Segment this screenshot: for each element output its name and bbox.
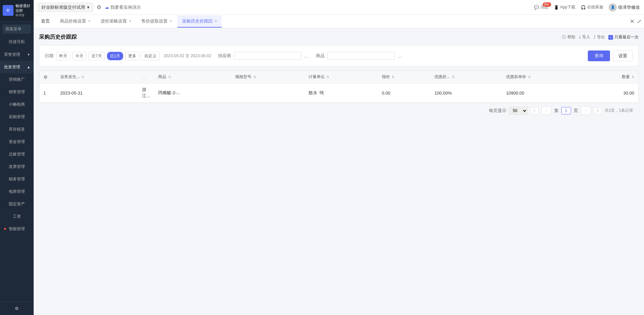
date-more-btn[interactable]: 更多 xyxy=(125,52,139,60)
sidebar-item-label: 零售管理 xyxy=(4,52,20,58)
tabs-bar: 首页 商品价格设置 × 进价策略设置 × 售价提取设置 × 采购历史价跟踪 × … xyxy=(34,15,644,28)
first-page-btn[interactable]: ⟪ xyxy=(530,107,539,114)
supplier-dots-btn[interactable]: … xyxy=(304,53,309,59)
demo-link[interactable]: ☁ 我要看实例演示 xyxy=(105,4,141,10)
page-suffix: 页 xyxy=(574,108,578,114)
tab-label: 进价策略设置 xyxy=(101,18,127,24)
dots-icon: … xyxy=(142,75,146,79)
tab-price-extract[interactable]: 售价提取设置 × xyxy=(137,15,177,28)
sidebar-item-ledger[interactable]: 总账管理 xyxy=(0,148,34,161)
sidebar: 财 畅捷通好业财 标准版 搜索菜单 快捷导航 零售管理 ▾ 批发管理 ▴ 营销推… xyxy=(0,0,34,315)
home-label: 首页 xyxy=(41,18,50,24)
tab-close-icon[interactable]: × xyxy=(129,19,131,23)
sidebar-item-ecommerce[interactable]: 电商管理 xyxy=(0,185,34,198)
cell-supplier: 浙江... xyxy=(138,83,154,103)
sidebar-item-salary[interactable]: 工资 xyxy=(0,210,34,223)
date-1month-btn[interactable]: 近1月 xyxy=(107,52,123,60)
topbar: 好业财标准版交付试用 ▾ ⚙ ☁ 我要看实例演示 💬 消息 99+ 📱 App下… xyxy=(34,0,644,15)
date-yesterday-btn[interactable]: 昨天 xyxy=(56,52,70,60)
th-original-price[interactable]: 优惠前单价 ⇅ xyxy=(502,71,585,83)
sidebar-item-tax[interactable]: 税务管理 xyxy=(0,173,34,185)
product-input[interactable] xyxy=(327,52,395,60)
messages-count: 99+ xyxy=(543,2,551,7)
th-product[interactable]: 商品 ⇅ xyxy=(154,71,231,83)
online-service-btn[interactable]: 🎧 在线客服 xyxy=(581,4,603,10)
tab-purchase-strategy[interactable]: 进价策略设置 × xyxy=(96,15,136,28)
sidebar-logo: 财 畅捷通好业财 标准版 xyxy=(0,0,34,21)
th-quantity-label: 数量 xyxy=(622,74,630,79)
sidebar-item-fixed-assets[interactable]: 固定资产 xyxy=(0,198,34,210)
tab-purchase-history[interactable]: 采购历史价跟踪 × xyxy=(177,15,222,28)
th-price[interactable]: 报价 ⇅ xyxy=(378,71,431,83)
topbar-right: 💬 消息 99+ 📱 App下载 🎧 在线客服 👤 徐泽华修改 xyxy=(534,3,640,11)
sidebar-item-marketing[interactable]: 营销推广 xyxy=(0,73,34,86)
main-area: 好业财标准版交付试用 ▾ ⚙ ☁ 我要看实例演示 💬 消息 99+ 📱 App下… xyxy=(34,0,644,315)
sidebar-item-retail[interactable]: 零售管理 ▾ xyxy=(0,48,34,61)
sidebar-item-smart[interactable]: 智能管理 xyxy=(0,223,34,235)
app-download-btn[interactable]: 📱 App下载 xyxy=(554,4,575,10)
sidebar-item-inventory[interactable]: 库存核算 xyxy=(0,123,34,136)
current-page: 1 xyxy=(561,107,571,114)
filter-settings-button[interactable]: 设置 xyxy=(613,50,633,61)
th-discount[interactable]: 优惠折... ⇅ xyxy=(430,71,502,83)
sidebar-item-purchase[interactable]: 采购管理 xyxy=(0,111,34,123)
version-selector[interactable]: 好业财标准版交付试用 ▾ xyxy=(38,3,93,12)
tab-close-icon[interactable]: × xyxy=(170,19,172,23)
next-page-btn[interactable]: ＞ xyxy=(581,106,591,115)
sort-icon: ⇅ xyxy=(168,75,171,79)
tab-close-icon[interactable]: × xyxy=(215,19,217,23)
date-range: 2023-05-02 至 2023-06-02 xyxy=(164,53,211,59)
search-menu-button[interactable]: 搜索菜单 xyxy=(3,25,31,34)
cell-discount: 100.00% xyxy=(430,83,502,103)
logo-icon: 财 xyxy=(3,5,13,16)
prev-page-btn[interactable]: ＜ xyxy=(541,106,551,115)
th-spec[interactable]: 规格型号 ⇅ xyxy=(231,71,305,83)
checkbox-icon xyxy=(608,35,613,40)
tab-home[interactable]: 首页 xyxy=(36,15,55,28)
sidebar-item-wholesale[interactable]: 批发管理 ▴ xyxy=(0,61,34,73)
filter-buttons: 查询 设置 xyxy=(588,50,633,61)
sidebar-item-finance[interactable]: 资金管理 xyxy=(0,136,34,148)
page-label: 第 xyxy=(554,108,559,114)
sort-icon: ⇅ xyxy=(253,75,256,79)
th-quantity[interactable]: 数量 ⇅ xyxy=(585,71,638,83)
cell-spec xyxy=(231,83,305,103)
product-dots-btn[interactable]: … xyxy=(397,53,403,59)
user-menu[interactable]: 👤 徐泽华修改 xyxy=(609,3,640,11)
cell-original-price: 10900.00 xyxy=(502,83,585,103)
close-window-icon[interactable]: ✕ xyxy=(630,18,634,25)
chevron-down-icon: ▾ xyxy=(28,52,30,57)
per-page-select[interactable]: 10 20 50 100 xyxy=(509,107,528,115)
import-btn[interactable]: ⤵ 导入 xyxy=(579,34,590,40)
sidebar-item-invoice[interactable]: 发票管理 xyxy=(0,161,34,173)
th-extra[interactable]: … xyxy=(138,71,154,83)
last-page-btn[interactable]: ⟫ xyxy=(594,107,602,114)
help-btn[interactable]: ⓘ 帮助 xyxy=(562,34,575,40)
export-btn[interactable]: ⤴ 导出 xyxy=(594,34,605,40)
sidebar-search-area: 搜索菜单 xyxy=(0,21,34,37)
cell-quantity: 30.00 xyxy=(585,83,638,103)
sidebar-settings[interactable]: ⚙ xyxy=(0,302,34,315)
tab-product-price[interactable]: 商品价格设置 × xyxy=(55,15,95,28)
tab-close-icon[interactable]: × xyxy=(88,19,91,23)
th-date[interactable]: 业务发生... ⇅ xyxy=(56,71,138,83)
mobile-icon: 📱 xyxy=(554,5,559,10)
import-icon: ⤵ xyxy=(579,35,581,40)
date-custom-btn[interactable]: 自定义 xyxy=(141,52,159,60)
date-7days-btn[interactable]: 近7天 xyxy=(88,52,105,60)
date-today-btn[interactable]: 今天 xyxy=(72,52,86,60)
sidebar-item-ecommerce-small[interactable]: 小畅电商 xyxy=(0,98,34,111)
sort-icon: ⇅ xyxy=(392,75,394,79)
supplier-input[interactable] xyxy=(234,52,301,60)
sort-icon: ⇅ xyxy=(528,75,531,79)
sidebar-item-sales[interactable]: 销售管理 xyxy=(0,86,34,98)
headset-icon: 🎧 xyxy=(581,5,586,10)
query-button[interactable]: 查询 xyxy=(588,50,610,61)
th-unit[interactable]: 计量单位 ⇅ xyxy=(305,71,378,83)
topbar-settings-icon[interactable]: ⚙ xyxy=(97,4,101,10)
th-gear[interactable]: ⚙ xyxy=(39,71,56,83)
online-service-label: 在线客服 xyxy=(587,4,603,10)
only-last-checkbox-label[interactable]: 只看最后一次 xyxy=(608,34,639,40)
messages-btn[interactable]: 💬 消息 99+ xyxy=(534,4,548,10)
expand-window-icon[interactable]: ⤢ xyxy=(637,18,641,25)
